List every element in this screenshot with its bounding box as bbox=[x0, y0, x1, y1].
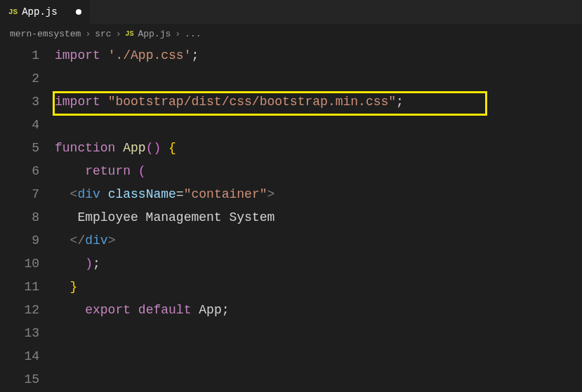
code-line[interactable]: } bbox=[55, 276, 582, 299]
line-number: 3 bbox=[0, 90, 39, 114]
breadcrumb-more[interactable]: ... bbox=[185, 29, 201, 39]
code-line[interactable]: import "bootstrap/dist/css/bootstrap.min… bbox=[55, 90, 582, 114]
breadcrumb[interactable]: mern-emsystem › src › JS App.js › ... bbox=[0, 25, 582, 43]
line-number: 5 bbox=[0, 137, 39, 160]
tab-filename: App.js bbox=[22, 6, 57, 18]
line-number: 9 bbox=[0, 229, 39, 252]
code-line[interactable] bbox=[55, 114, 582, 137]
line-number: 12 bbox=[0, 299, 39, 322]
line-number: 11 bbox=[0, 276, 39, 299]
js-file-icon: JS bbox=[8, 8, 18, 16]
line-number: 14 bbox=[0, 345, 39, 368]
line-number: 7 bbox=[0, 183, 39, 206]
code-line[interactable]: <div className="container"> bbox=[55, 183, 582, 206]
code-line[interactable] bbox=[55, 368, 582, 391]
code-line[interactable]: function App() { bbox=[55, 137, 582, 160]
code-line[interactable] bbox=[55, 345, 582, 368]
line-number: 4 bbox=[0, 114, 39, 137]
line-number-gutter: 123456789101112131415 bbox=[0, 44, 55, 391]
line-number: 8 bbox=[0, 206, 39, 229]
code-line[interactable]: </div> bbox=[55, 229, 582, 252]
line-number: 13 bbox=[0, 322, 39, 345]
code-area[interactable]: import './App.css';import "bootstrap/dis… bbox=[55, 44, 582, 391]
line-number: 2 bbox=[0, 67, 39, 90]
unsaved-indicator-icon bbox=[76, 9, 81, 15]
line-number: 1 bbox=[0, 44, 39, 67]
tab-bar: JS App.js bbox=[0, 0, 582, 25]
code-line[interactable]: Employee Management System bbox=[55, 206, 582, 229]
breadcrumb-segment[interactable]: src bbox=[95, 29, 111, 39]
code-line[interactable]: ); bbox=[55, 252, 582, 276]
line-number: 6 bbox=[0, 160, 39, 183]
chevron-right-icon: › bbox=[85, 29, 91, 39]
code-line[interactable] bbox=[55, 322, 582, 345]
code-line[interactable] bbox=[55, 67, 582, 90]
breadcrumb-segment[interactable]: mern-emsystem bbox=[10, 29, 81, 39]
line-number: 10 bbox=[0, 252, 39, 276]
code-line[interactable]: import './App.css'; bbox=[55, 44, 582, 67]
chevron-right-icon: › bbox=[116, 29, 121, 39]
tab-app-js[interactable]: JS App.js bbox=[0, 0, 90, 24]
line-number: 15 bbox=[0, 368, 39, 391]
chevron-right-icon: › bbox=[175, 29, 180, 39]
code-editor[interactable]: 123456789101112131415 import './App.css'… bbox=[0, 43, 582, 391]
breadcrumb-file[interactable]: App.js bbox=[138, 29, 171, 39]
code-line[interactable]: export default App; bbox=[55, 299, 582, 322]
code-line[interactable]: return ( bbox=[55, 160, 582, 183]
js-file-icon: JS bbox=[125, 30, 133, 38]
